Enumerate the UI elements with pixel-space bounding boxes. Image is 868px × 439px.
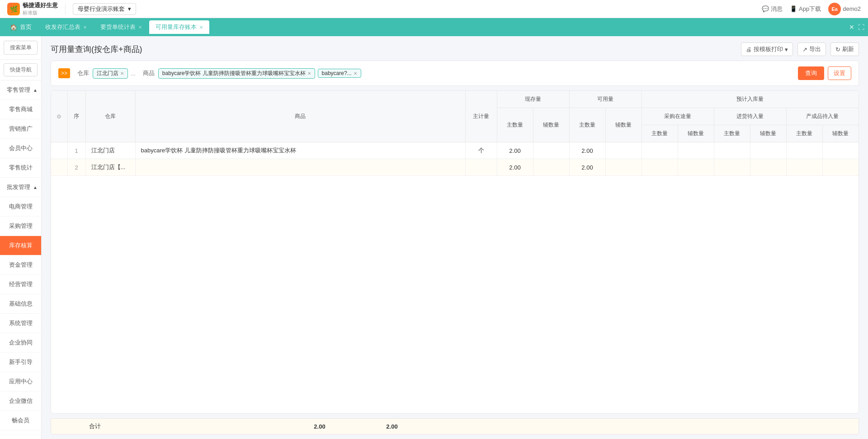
warehouse-more-btn[interactable]: ... bbox=[131, 70, 136, 77]
th-avail-aux: 辅数量 bbox=[605, 108, 642, 142]
app-label: App下载 bbox=[799, 5, 821, 13]
sidebar-item-ecommerce[interactable]: 电商管理 bbox=[0, 197, 41, 217]
tab-receive-send-label: 收发存汇总表 bbox=[45, 23, 80, 31]
sidebar-item-label-retail-mall: 零售商城 bbox=[4, 105, 38, 113]
tab-home[interactable]: 🏠 首页 bbox=[4, 20, 38, 34]
th-avail-main: 主数量 bbox=[569, 108, 605, 142]
tab-order-stats[interactable]: 要货单统计表 ✕ bbox=[94, 20, 148, 34]
top-bar-right: 💬 消息 📱 App下载 Ea demo2 bbox=[762, 3, 861, 15]
filter-action-btns: 查询 设置 bbox=[798, 66, 851, 80]
table-footer: 合计 2.00 2.00 bbox=[51, 418, 859, 434]
th-current-stock: 现存量 bbox=[497, 91, 569, 108]
row-pp-main-0 bbox=[786, 142, 822, 159]
row-seq-0: 1 bbox=[67, 142, 85, 159]
footer-avail-main: 2.00 bbox=[374, 423, 410, 430]
sidebar-item-inventory[interactable]: 库存核算 bbox=[0, 236, 41, 255]
sidebar-arrow-batch-mgmt: ▲ bbox=[33, 185, 38, 190]
th-planned-in: 预计入库量 bbox=[642, 91, 859, 108]
tab-available-stock[interactable]: 可用量库存账本 ✕ bbox=[149, 20, 209, 34]
th-warehouse: 仓库 bbox=[85, 91, 135, 142]
sidebar-item-marketing[interactable]: 营销推广 bbox=[0, 119, 41, 139]
row-pt-aux-0 bbox=[678, 142, 714, 159]
th-gear[interactable]: ⚙ bbox=[51, 91, 67, 142]
msg-label: 消息 bbox=[771, 5, 783, 13]
footer-label: 合计 bbox=[89, 422, 134, 430]
sidebar-item-app-center[interactable]: 应用中心 bbox=[0, 372, 41, 392]
tab-order-stats-close[interactable]: ✕ bbox=[138, 25, 142, 30]
industry-selector[interactable]: 母婴行业演示账套 ▾ bbox=[73, 3, 136, 15]
chevron-down-icon: ▾ bbox=[128, 5, 131, 12]
sidebar-item-batch-mgmt[interactable]: 批发管理▲ bbox=[0, 178, 41, 197]
quick-nav-btn[interactable]: 快捷导航 bbox=[4, 63, 38, 76]
th-pt-main: 主数量 bbox=[642, 125, 678, 142]
sidebar-item-retail-mall[interactable]: 零售商城 bbox=[0, 100, 41, 119]
query-btn[interactable]: 查询 bbox=[798, 66, 824, 80]
sidebar-item-base-info[interactable]: 基础信息 bbox=[0, 294, 41, 314]
tab-receive-send[interactable]: 收发存汇总表 ✕ bbox=[39, 20, 93, 34]
app-download-btn[interactable]: 📱 App下载 bbox=[790, 5, 821, 13]
row-current-aux-1 bbox=[533, 159, 569, 176]
tab-available-stock-close[interactable]: ✕ bbox=[199, 25, 203, 30]
sidebar-item-finance[interactable]: 资金管理 bbox=[0, 255, 41, 275]
warehouse-label: 仓库 bbox=[77, 69, 89, 77]
sidebar-item-purchase[interactable]: 采购管理 bbox=[0, 217, 41, 236]
close-all-btn[interactable]: ✕ bbox=[849, 24, 854, 31]
th-pp-aux: 辅数量 bbox=[822, 125, 859, 142]
row-pp-main-1 bbox=[786, 159, 822, 176]
sidebar-item-retail-mgmt[interactable]: 零售管理▲ bbox=[0, 80, 41, 100]
main-table: ⚙ 序 仓库 商品 主计量 现存量 可用量 预计入库量 主数量 辅数量 主数量 … bbox=[51, 91, 859, 176]
sidebar-item-label-finance: 资金管理 bbox=[4, 261, 38, 269]
sidebar-item-sys-mgmt[interactable]: 系统管理 bbox=[0, 314, 41, 333]
sidebar-item-operations[interactable]: 经营管理 bbox=[0, 275, 41, 294]
th-seq: 序 bbox=[67, 91, 85, 142]
product-filter-group: 商品 babycare学饮杯 儿童防摔防撞吸管杯重力球吸嘴杯宝宝水杯 ✕ bab… bbox=[143, 68, 361, 79]
search-menu-btn[interactable]: 搜索菜单 bbox=[4, 41, 38, 55]
th-pp-main: 主数量 bbox=[786, 125, 822, 142]
brand-icon: 🌿 bbox=[7, 3, 20, 15]
page-title: 可用量查询(按仓库+商品) bbox=[51, 44, 142, 55]
mobile-icon: 📱 bbox=[790, 5, 797, 12]
sidebar-item-member[interactable]: 会员中心 bbox=[0, 139, 41, 158]
warehouse-tags: 江北门店 ✕ ... bbox=[93, 68, 136, 79]
row-main-unit-1 bbox=[465, 159, 497, 176]
settings-btn[interactable]: 设置 bbox=[828, 66, 851, 80]
product-tags: babycare学饮杯 儿童防摔防撞吸管杯重力球吸嘴杯宝宝水杯 ✕ babyca… bbox=[158, 68, 361, 79]
sidebar-item-enterprise-wechat[interactable]: 企业微信 bbox=[0, 392, 41, 411]
msg-btn[interactable]: 💬 消息 bbox=[762, 5, 783, 13]
printer-icon: 🖨 bbox=[746, 46, 752, 53]
tab-receive-send-close[interactable]: ✕ bbox=[83, 25, 87, 30]
product-tag-2-close[interactable]: ✕ bbox=[354, 71, 357, 76]
row-gear-1[interactable] bbox=[51, 159, 67, 176]
print-btn[interactable]: 🖨 按模板打印 ▾ bbox=[741, 42, 793, 56]
row-product-0: babycare学饮杯 儿童防摔防撞吸管杯重力球吸嘴杯宝宝水杯 bbox=[135, 142, 465, 159]
sidebar-item-new-guide[interactable]: 新手引导 bbox=[0, 353, 41, 372]
expand-btn[interactable]: ⛶ bbox=[858, 24, 864, 31]
sidebar-item-label-retail-stats: 零售统计 bbox=[4, 164, 38, 172]
sidebar-item-label-sys-mgmt: 系统管理 bbox=[4, 319, 38, 327]
th-pi-aux: 辅数量 bbox=[750, 125, 786, 142]
row-current-main-0: 2.00 bbox=[497, 142, 533, 159]
refresh-btn[interactable]: ↻ 刷新 bbox=[830, 42, 859, 56]
row-pi-main-0 bbox=[714, 142, 750, 159]
sidebar-arrow-retail-mgmt: ▲ bbox=[33, 88, 38, 93]
filter-expand-btn[interactable]: >> bbox=[58, 68, 70, 78]
th-products-pending: 产成品待入量 bbox=[786, 108, 859, 125]
product-label: 商品 bbox=[143, 69, 155, 77]
user-menu[interactable]: Ea demo2 bbox=[828, 3, 861, 15]
sidebar-item-vip[interactable]: 畅会员 bbox=[0, 411, 41, 430]
sidebar-item-label-ecommerce: 电商管理 bbox=[4, 203, 38, 211]
username: demo2 bbox=[843, 5, 861, 12]
row-gear-0[interactable] bbox=[51, 142, 67, 159]
product-tag-1-close[interactable]: ✕ bbox=[307, 71, 311, 76]
sidebar-item-retail-stats[interactable]: 零售统计 bbox=[0, 158, 41, 178]
sidebar: 搜索菜单 快捷导航 零售管理▲零售商城营销推广会员中心零售统计批发管理▲电商管理… bbox=[0, 36, 42, 439]
sidebar-item-label-inventory: 库存核算 bbox=[4, 241, 38, 250]
tab-available-stock-label: 可用量库存账本 bbox=[156, 23, 197, 31]
th-product: 商品 bbox=[135, 91, 465, 142]
export-btn[interactable]: ↗ 导出 bbox=[797, 42, 826, 56]
row-pi-main-1 bbox=[714, 159, 750, 176]
sidebar-item-label-member: 会员中心 bbox=[4, 144, 38, 152]
sidebar-item-enterprise[interactable]: 企业协同 bbox=[0, 333, 41, 353]
industry-label: 母婴行业演示账套 bbox=[78, 5, 125, 13]
warehouse-tag-jiangbei-close[interactable]: ✕ bbox=[120, 71, 124, 76]
